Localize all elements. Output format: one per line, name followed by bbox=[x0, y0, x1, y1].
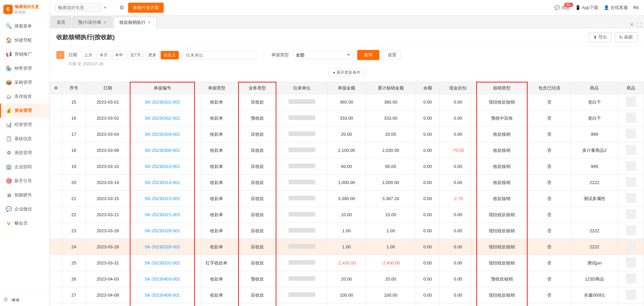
tab-home[interactable]: 首页 bbox=[51, 16, 71, 28]
doc-no-link[interactable]: SK-20230328-001 bbox=[145, 228, 180, 233]
setting-button[interactable]: 设置 bbox=[383, 50, 401, 60]
date-more[interactable]: 更多 bbox=[145, 51, 159, 59]
app-download-link[interactable]: 📱 App下载 bbox=[575, 5, 598, 11]
brand-input[interactable] bbox=[55, 3, 102, 12]
table-container[interactable]: ⚙ 序号 日期 单据编号 单据类型 业务类型 往来单位 单据金额 累计核销金额 … bbox=[50, 82, 644, 306]
export-button[interactable]: ⬆ 导出 bbox=[589, 32, 611, 42]
inventory-icon: 🗂 bbox=[6, 94, 12, 100]
sidebar-item-basic[interactable]: 📋 基础信息 bbox=[0, 132, 49, 146]
more-filter-dots: ··· bbox=[261, 53, 267, 58]
cell-doc-no: SK-20230331-002 bbox=[130, 255, 195, 271]
doc-no-link[interactable]: SK-20230301-002 bbox=[145, 100, 180, 105]
cell-biz-type: 应收款 bbox=[238, 223, 276, 239]
cell-cancel-type: 现结收款核销 bbox=[477, 207, 527, 223]
doc-no-link[interactable]: SK-20230331-002 bbox=[145, 260, 180, 265]
sidebar-item-enterprise[interactable]: 🏢 企业协同 bbox=[0, 160, 49, 174]
doc-no-link[interactable]: SK-20230308-001 bbox=[145, 148, 180, 153]
sidebar-item-operation[interactable]: 📊 经营管理 bbox=[0, 118, 49, 132]
sidebar-item-finance[interactable]: 💰 资金管理 bbox=[0, 104, 49, 118]
cell-goods: 衣服00001 bbox=[571, 287, 618, 303]
cell-checkbox bbox=[50, 191, 62, 207]
online-service-link[interactable]: 👤 在线客服 bbox=[604, 5, 628, 11]
cell-amount: -2,430.00 bbox=[327, 255, 366, 271]
doc-no-link[interactable]: SK-20230315-002 bbox=[145, 196, 180, 201]
settings-bottom-icon[interactable]: ⚙ bbox=[3, 296, 8, 303]
brand-dropdown-icon[interactable]: ▾ bbox=[104, 5, 106, 10]
user-name[interactable]: Rit bbox=[633, 5, 639, 10]
cell-partner bbox=[276, 159, 327, 175]
th-settings[interactable]: ⚙ bbox=[50, 82, 62, 94]
messages-button[interactable]: 💬 消息 99+ bbox=[554, 5, 570, 11]
doc-no-link[interactable]: SK-20230310-001 bbox=[145, 164, 180, 169]
doc-no-link[interactable]: SK-20230328-002 bbox=[145, 244, 180, 249]
tab-collection[interactable]: 收款核销执行 ✕ bbox=[114, 17, 157, 28]
sidebar-item-search[interactable]: 🔍 搜索菜单 bbox=[0, 19, 49, 33]
tab-actions: ✕ ⛶ bbox=[630, 21, 644, 28]
refresh-button[interactable]: ↻ 刷新 bbox=[615, 32, 637, 42]
tab-collection-close[interactable]: ✕ bbox=[148, 20, 151, 25]
sidebar-item-shortcut[interactable]: 🏠 快捷导航 bbox=[0, 33, 49, 47]
sidebar-item-marketing[interactable]: 📢 营销推广 bbox=[0, 47, 49, 61]
cell-doc-no: SK-20230310-001 bbox=[130, 159, 195, 175]
date-prev-month[interactable]: 上月 bbox=[81, 51, 95, 59]
cell-date: 2023-03-01 bbox=[86, 94, 130, 110]
th-partner: 往来单位 bbox=[276, 82, 327, 94]
partner-input[interactable] bbox=[183, 51, 257, 59]
table-row: 272023-04-08SK-20230408-001收款单应收款100.001… bbox=[50, 287, 644, 303]
cell-goods-img bbox=[618, 207, 644, 223]
doc-no-link[interactable]: SK-20230314-001 bbox=[145, 180, 180, 185]
doc-no-link[interactable]: SK-20230304-001 bbox=[145, 132, 180, 137]
home-icon: 🏠 bbox=[6, 37, 12, 43]
topbar-right: 💬 消息 99+ 📱 App下载 👤 在线客服 Rit bbox=[554, 5, 639, 11]
date-7days[interactable]: 近7天 bbox=[127, 51, 144, 59]
tab-close-window-icon[interactable]: ✕ bbox=[630, 21, 634, 28]
cell-date: 2023-03-21 bbox=[86, 207, 130, 223]
th-discount: 现金折扣 bbox=[439, 82, 477, 94]
solution-button[interactable]: 体验行业方案 bbox=[128, 3, 164, 13]
cell-sn: 24 bbox=[62, 239, 86, 255]
cell-doc-type: 收款单 bbox=[195, 159, 238, 175]
tab-payable-close[interactable]: ✕ bbox=[103, 20, 107, 25]
table-row: 212023-03-15SK-20230315-002收款单应收款3,390.0… bbox=[50, 191, 644, 207]
sidebar-item-wechat[interactable]: 💬 企业微信 bbox=[0, 202, 49, 216]
cell-amount: 2,100.00 bbox=[327, 142, 366, 159]
cell-biz-type: 应收款 bbox=[238, 126, 276, 142]
sidebar-item-inventory[interactable]: 🗂 库存核算 bbox=[0, 89, 49, 104]
sidebar-item-system[interactable]: ⚙ 系统管理 bbox=[0, 146, 49, 160]
sidebar-item-purchase[interactable]: 📦 采购管理 bbox=[0, 75, 49, 89]
cell-goods-img bbox=[618, 110, 644, 126]
sidebar-item-hardware[interactable]: 🖥 智能硬件 bbox=[0, 188, 49, 202]
cell-goods: 2222 bbox=[571, 239, 618, 255]
date-custom[interactable]: 自定义 bbox=[161, 51, 179, 59]
tab-payable[interactable]: 预计/应付单 ✕ bbox=[72, 16, 112, 28]
date-this-year[interactable]: 本年 bbox=[112, 51, 126, 59]
doc-no-link[interactable]: SK-20230321-003 bbox=[145, 212, 180, 217]
doc-no-link[interactable]: SK-20230403-002 bbox=[145, 277, 180, 282]
tab-maximize-icon[interactable]: ⛶ bbox=[637, 22, 641, 27]
cell-sn: 22 bbox=[62, 207, 86, 223]
cell-goods-img bbox=[618, 223, 644, 239]
query-button[interactable]: 查询 bbox=[357, 50, 379, 60]
collapse-icon[interactable]: ◀◀ bbox=[11, 296, 19, 303]
topbar-gear-icon[interactable]: ⚙ bbox=[119, 4, 124, 11]
message-icon: 💬 bbox=[554, 5, 560, 10]
doc-no-link[interactable]: SK-20230302-002 bbox=[145, 116, 180, 121]
cell-sn: 18 bbox=[62, 142, 86, 159]
date-this-month[interactable]: 本月 bbox=[97, 51, 111, 59]
doc-no-link[interactable]: SK-20230408-001 bbox=[145, 293, 180, 298]
sidebar-item-member[interactable]: V 畅会员 bbox=[0, 216, 49, 230]
expand-more-button[interactable]: ▾ 展开更多条件 bbox=[329, 68, 365, 77]
cell-doc-type: 收款单 bbox=[195, 207, 238, 223]
cell-biz-type: 应收款 bbox=[238, 287, 276, 303]
sidebar-item-guide[interactable]: 🎯 新手引导 bbox=[0, 174, 49, 188]
filter-expand-button[interactable]: » bbox=[56, 51, 64, 59]
cell-goods: 老白干 bbox=[571, 110, 618, 126]
cell-doc-type: 收款单 bbox=[195, 223, 238, 239]
doc-type-select[interactable]: 全部 收款单 红字收款单 bbox=[293, 51, 353, 59]
cell-balance: 0.00 bbox=[416, 94, 439, 110]
service-icon: 👤 bbox=[604, 5, 609, 10]
header-row: ⚙ 序号 日期 单据编号 单据类型 业务类型 往来单位 单据金额 累计核销金额 … bbox=[50, 82, 644, 94]
sidebar-item-sales[interactable]: 🏪 销售管理 bbox=[0, 61, 49, 75]
cell-balance: 0.00 bbox=[416, 303, 439, 306]
sales-icon: 🏪 bbox=[6, 65, 12, 71]
